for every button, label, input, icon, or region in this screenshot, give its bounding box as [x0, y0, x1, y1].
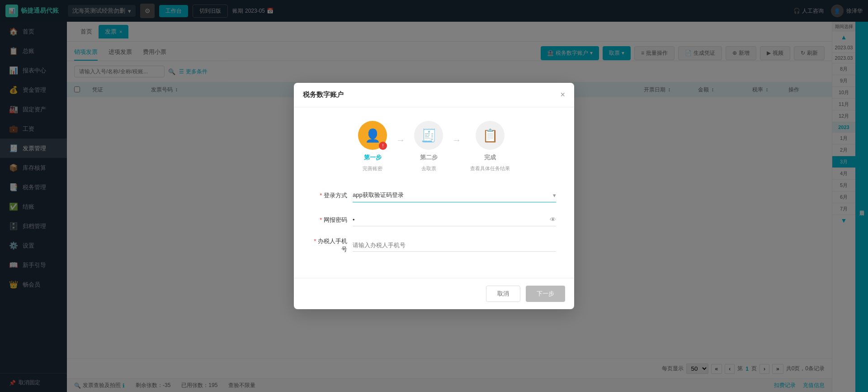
modal-title: 税务数字账户	[303, 91, 344, 99]
step-1-desc: 完善账密	[363, 165, 382, 172]
step-3-clipboard-icon: 📋	[482, 128, 498, 143]
modal-header: 税务数字账户 ×	[294, 83, 574, 107]
cancel-btn[interactable]: 取消	[486, 286, 520, 302]
tax-modal: 税务数字账户 × 👤 ! 第一步 完善账密 →	[294, 83, 574, 309]
step-1-person-icon: 👤	[365, 128, 381, 143]
phone-input[interactable]	[353, 239, 556, 252]
password-label: * 网报密码	[312, 216, 353, 224]
modal-footer: 取消 下一步	[294, 278, 574, 309]
eye-icon[interactable]: 👁	[550, 216, 556, 223]
next-btn[interactable]: 下一步	[526, 286, 565, 302]
phone-label: * 办税人手机号	[312, 237, 353, 253]
required-star-3: *	[314, 238, 316, 244]
required-star-1: *	[320, 192, 322, 199]
step-2: 🧾 第二步 去取票	[414, 121, 443, 172]
steps-container: 👤 ! 第一步 完善账密 → 🧾 第二步 去取票 →	[312, 121, 556, 172]
step-1-badge: !	[379, 142, 387, 150]
select-arrow-icon: ▾	[553, 192, 556, 199]
login-method-row: * 登录方式 app获取验证码登录 ▾	[312, 188, 556, 202]
phone-row: * 办税人手机号	[312, 237, 556, 253]
arrow-1-2: →	[396, 135, 405, 158]
modal-body: 👤 ! 第一步 完善账密 → 🧾 第二步 去取票 →	[294, 107, 574, 278]
required-star-2: *	[320, 216, 322, 223]
step-3-icon: 📋	[476, 121, 505, 150]
phone-control	[353, 239, 556, 252]
password-field: • 👁	[353, 213, 556, 226]
login-method-control: app获取验证码登录 ▾	[353, 188, 556, 202]
step-1: 👤 ! 第一步 完善账密	[358, 121, 387, 172]
step-3: 📋 完成 查看具体任务结果	[470, 121, 510, 172]
modal-close-btn[interactable]: ×	[560, 90, 565, 100]
step-2-desc: 去取票	[421, 165, 436, 172]
password-dots: •	[353, 216, 357, 223]
step-1-icon: 👤 !	[358, 121, 387, 150]
password-control: • 👁	[353, 213, 556, 226]
password-row: * 网报密码 • 👁	[312, 213, 556, 226]
step-1-label: 第一步	[364, 153, 382, 162]
login-method-value: app获取验证码登录	[353, 191, 404, 199]
step-3-desc: 查看具体任务结果	[470, 165, 510, 172]
arrow-2-3: →	[452, 135, 461, 158]
step-2-receipt-icon: 🧾	[421, 128, 437, 143]
modal-overlay: 税务数字账户 × 👤 ! 第一步 完善账密 →	[0, 0, 868, 392]
step-2-icon: 🧾	[414, 121, 443, 150]
step-2-label: 第二步	[420, 153, 438, 162]
login-method-label: * 登录方式	[312, 191, 353, 200]
login-method-select[interactable]: app获取验证码登录 ▾	[353, 188, 556, 202]
step-3-label: 完成	[484, 153, 496, 162]
